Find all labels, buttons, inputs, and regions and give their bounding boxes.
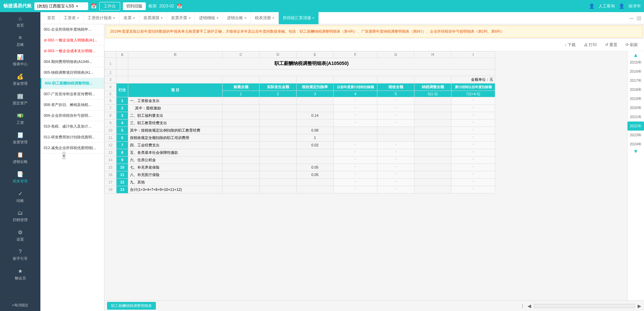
cell-17-H[interactable] <box>414 178 451 186</box>
year-2018[interactable]: 2018年 <box>628 85 644 94</box>
cell-14-E[interactable] <box>297 156 334 164</box>
item-9[interactable]: 六、住房公积金 <box>128 156 223 164</box>
cell-14-C[interactable] <box>223 156 260 164</box>
sidebar-item-ledger[interactable]: ≡ 总账 <box>0 31 40 50</box>
cell-13-C[interactable] <box>223 149 260 156</box>
cell-9-D[interactable] <box>260 119 297 127</box>
cell-15-H[interactable] <box>414 164 451 171</box>
item-13[interactable]: 合计(1+3+4+7+8+9+10+11+12) <box>128 186 223 193</box>
tab-salary-report[interactable]: 工资统计报表 × <box>83 12 120 24</box>
cell-14-H[interactable] <box>414 156 451 164</box>
cell-10-D[interactable] <box>260 127 297 134</box>
window-minimize-icon[interactable]: — <box>630 16 634 21</box>
sidebar-item-tax[interactable]: 📑 税务管理 <box>0 168 40 187</box>
year-2019[interactable]: 2019年 <box>628 94 644 103</box>
item-12[interactable]: 九、其他 <box>128 178 223 186</box>
cell-11-F[interactable] <box>334 134 377 141</box>
item-8[interactable]: 五、各类基本社会保障性缴款 <box>128 149 223 156</box>
cell-12-C[interactable] <box>223 141 260 149</box>
cell-7-C[interactable] <box>223 104 260 112</box>
cell-15-C[interactable] <box>223 164 260 171</box>
sidebar-item-reports[interactable]: 📊 报表中心 <box>0 50 40 70</box>
cell-16-E[interactable]: 0.05 <box>297 171 334 178</box>
year-2015[interactable]: 2015年 <box>628 58 644 67</box>
cell-9-E[interactable] <box>297 119 334 127</box>
left-panel-item-002[interactable]: 002-一般企业收入明细表(A1... <box>40 35 104 46</box>
old-version-button[interactable]: 切到旧版 <box>123 2 146 10</box>
cell-10-E[interactable]: 0.08 <box>297 127 334 134</box>
cell-17-C[interactable] <box>223 178 260 186</box>
left-panel-item-011[interactable]: 011-研发费用加计扣除优惠明... <box>40 132 104 143</box>
tab-salary-report-close[interactable]: × <box>113 16 115 20</box>
tab-purchase-ledger[interactable]: 进销台账 × <box>223 12 251 24</box>
year-up-arrow[interactable]: ▲ <box>633 53 639 58</box>
sidebar-item-sales[interactable]: 📋 进销台账 <box>0 148 40 168</box>
tab-purchase-ledger-close[interactable]: × <box>244 16 246 20</box>
left-panel-item-007[interactable]: 007-广告宣传和业务宣传费明... <box>40 89 104 100</box>
cell-18-C[interactable] <box>223 186 260 193</box>
cell-17-D[interactable] <box>260 178 297 186</box>
sidebar-item-assets[interactable]: 🏢 固定资产 <box>0 90 40 109</box>
tab-invoice[interactable]: 发票 × <box>120 12 139 24</box>
item-4[interactable]: 三、职工教育经费支出 <box>128 119 223 127</box>
cell-15-D[interactable] <box>260 164 297 171</box>
bottom-sheet-tab[interactable]: 职工薪酬纳税调整明细表 <box>107 302 156 310</box>
print-button[interactable]: 🖨 打印 <box>582 41 599 49</box>
item-7[interactable]: 四、工会经费支出 <box>128 141 223 149</box>
cell-8-D[interactable] <box>260 112 297 119</box>
sidebar-item-guide[interactable]: ? 新手引导 <box>0 245 40 265</box>
left-panel-item-008[interactable]: 008-资产折旧、摊销及纳税... <box>40 100 104 110</box>
cell-7-E[interactable] <box>297 104 334 112</box>
sidebar-item-funds[interactable]: 💰 资金管理 <box>0 70 40 90</box>
year-2022[interactable]: 2022年 <box>628 122 644 131</box>
company-selector[interactable]: (勿划) 江西股宝-LSS ▼ <box>34 2 88 10</box>
tab-tax-clearance-close[interactable]: × <box>312 16 314 20</box>
cell-7-H[interactable] <box>414 104 451 112</box>
left-panel-item-009[interactable]: 009-企业所得税弥补亏损明... <box>40 110 104 121</box>
cell-11-G[interactable] <box>377 134 414 141</box>
cell-9-C[interactable] <box>223 119 260 127</box>
cell-11-E[interactable]: 1 <box>297 134 334 141</box>
cell-12-D[interactable] <box>260 141 297 149</box>
cell-6-H[interactable] <box>414 97 451 104</box>
sidebar-item-home[interactable]: ⌂ 首页 <box>0 12 40 31</box>
cell-6-C[interactable] <box>223 97 260 104</box>
tab-invoice-close[interactable]: × <box>133 16 135 20</box>
tab-home[interactable]: 首页 <box>43 12 60 24</box>
cell-10-H[interactable] <box>414 127 451 134</box>
window-maximize-icon[interactable]: ⬜ <box>636 16 641 21</box>
left-panel-item-003[interactable]: 003-一般企业成本支出明细... <box>40 46 104 57</box>
sidebar-item-salary[interactable]: 💵 工资 <box>0 109 40 129</box>
tab-invoice-calc[interactable]: 发票测算 × <box>139 12 167 24</box>
tab-invoice-open[interactable]: 发票开票 × <box>167 12 195 24</box>
cell-12-E[interactable]: 0.02 <box>297 141 334 149</box>
horizontal-scrollbar[interactable] <box>534 304 635 308</box>
left-panel-item-012[interactable]: 012-减免企业所得税优惠明细(... <box>40 143 104 153</box>
cell-15-E[interactable]: 0.05 <box>297 164 334 171</box>
workbench-button[interactable]: 工作台 <box>99 2 120 10</box>
cell-12-H[interactable] <box>414 141 451 149</box>
cell-10-C[interactable] <box>223 127 260 134</box>
cell-16-C[interactable] <box>223 171 260 178</box>
sidebar-item-archive[interactable]: 🗂 归档管理 <box>0 207 40 226</box>
tab-invoice-open-close[interactable]: × <box>189 16 191 20</box>
cell-18-H[interactable] <box>414 186 451 193</box>
year-2017[interactable]: 2017年 <box>628 76 644 85</box>
left-panel-item-001[interactable]: 001-企业所得税年度纳税申... <box>40 24 104 35</box>
cell-10-G[interactable] <box>377 127 414 134</box>
sidebar-item-settings[interactable]: ⚙ 设置 <box>0 226 40 245</box>
sidebar-item-close[interactable]: ✓ 结账 <box>0 187 40 207</box>
cell-16-H[interactable] <box>414 171 451 178</box>
item-10[interactable]: 七、补充养老保险 <box>128 164 223 171</box>
sidebar-item-invoice[interactable]: 🧾 发票管理 <box>0 129 40 148</box>
scroll-left-button[interactable]: ◀ <box>528 303 531 309</box>
reset-button[interactable]: ↺ 重置 <box>603 41 619 49</box>
year-2016[interactable]: 2016年 <box>628 67 644 76</box>
tab-salary-close[interactable]: × <box>77 16 79 20</box>
tab-salary[interactable]: 工资表 × <box>60 12 83 24</box>
left-panel-item-010[interactable]: 010-免税、减计收入及加计... <box>40 121 104 132</box>
cell-10-F[interactable] <box>334 127 377 134</box>
cell-17-E[interactable] <box>297 178 334 186</box>
cell-18-D[interactable] <box>260 186 297 193</box>
left-panel-item-006[interactable]: 006-职工薪酬纳税调整明细... <box>40 78 104 89</box>
